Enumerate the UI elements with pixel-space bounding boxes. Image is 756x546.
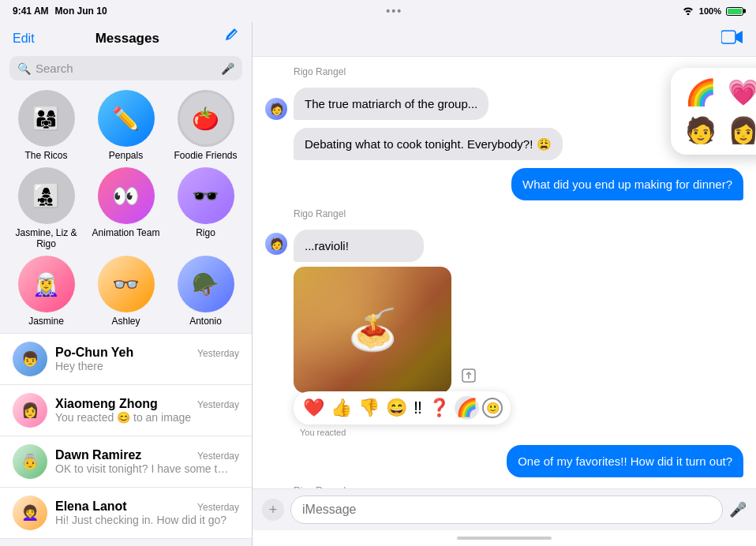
battery-icon: [726, 7, 743, 16]
conv-time-elena: Yesterday: [197, 502, 239, 513]
msg-row-5: One of my favorites!! How did it turn ou…: [265, 445, 743, 477]
food-image: 🍝: [294, 267, 451, 393]
tapback-people-1[interactable]: 🧑: [683, 115, 718, 145]
search-input[interactable]: Search: [36, 62, 216, 75]
avatar-penpals: ✏️: [98, 90, 155, 147]
sidebar: Edit Messages 🔍 Search 🎤 👨‍👩‍👧 The Ricos…: [0, 22, 253, 546]
msg-avatar-rigo-1: 🧑: [265, 98, 287, 120]
search-icon: 🔍: [17, 62, 31, 75]
avatar-foodie: 🍅: [178, 90, 234, 147]
reaction-rainbow[interactable]: 🌈: [455, 396, 479, 420]
svg-marker-1: [735, 31, 743, 43]
pinned-grid: 👨‍👩‍👧 The Ricos ✏️ Penpals 🍅 Foodie Frie…: [0, 87, 252, 333]
sidebar-header: Edit Messages: [0, 22, 252, 51]
tapback-rainbow[interactable]: 🌈: [683, 77, 718, 107]
msg-row-4: 🧑 ...ravioli! 🍝: [265, 230, 743, 424]
reaction-thumbsup[interactable]: 👍: [329, 396, 354, 420]
conv-preview-xiaomeng: You reacted 😊 to an image: [55, 411, 229, 424]
pinned-item-animation-team[interactable]: 👀 Animation Team: [89, 167, 163, 249]
conv-time-xiaomeng: Yesterday: [197, 399, 239, 410]
conv-item-po-chun[interactable]: 👦 Po-Chun Yeh Yesterday Hey there: [0, 333, 252, 385]
conv-info-elena: Elena Lanot Yesterday Hi! Just checking …: [55, 499, 239, 526]
avatar-jasmine: 🧝‍♀️: [18, 256, 75, 312]
pinned-label-foodie: Foodie Friends: [174, 150, 237, 161]
bubble-text-4: ...ravioli!: [305, 237, 349, 254]
main-layout: Edit Messages 🔍 Search 🎤 👨‍👩‍👧 The Ricos…: [0, 22, 756, 546]
video-call-button[interactable]: [721, 29, 743, 49]
search-bar[interactable]: 🔍 Search 🎤: [9, 56, 242, 80]
compose-button[interactable]: [220, 28, 239, 48]
wifi-icon: [682, 6, 694, 17]
reaction-exclamation[interactable]: ‼️: [412, 396, 424, 420]
reaction-thumbsdown[interactable]: 👎: [357, 396, 381, 420]
mic-icon[interactable]: 🎤: [221, 62, 234, 75]
conv-name-xiaomeng: Xiaomeng Zhong: [55, 397, 158, 411]
pinned-item-foodie[interactable]: 🍅 Foodie Friends: [169, 90, 242, 161]
pinned-label-penpals: Penpals: [109, 150, 143, 161]
bubble-3: What did you end up making for dinner?: [511, 168, 743, 200]
voice-input-button[interactable]: 🎤: [729, 501, 747, 518]
svg-rect-0: [721, 31, 735, 43]
chat-header: [253, 22, 756, 57]
conv-avatar-dawn: 👵: [13, 444, 47, 479]
avatar-jasmine-liz-rigo: 👩‍👧‍👦: [18, 167, 75, 224]
bubble-text-2: Debating what to cook tonight. Everybody…: [305, 137, 552, 151]
avatar-ricos: 👨‍👩‍👧: [18, 90, 75, 147]
pinned-item-penpals[interactable]: ✏️ Penpals: [89, 90, 163, 161]
pinned-item-jasmine-liz-rigo[interactable]: 👩‍👧‍👦 Jasmine, Liz & Rigo: [9, 167, 83, 249]
chat-area: 🌈 💗 🧑 👩 Rigo Rangel 🧑 The true matriarch…: [253, 22, 756, 546]
pinned-label-ricos: The Ricos: [24, 150, 67, 161]
conv-info-xiaomeng: Xiaomeng Zhong Yesterday You reacted 😊 t…: [55, 397, 239, 424]
conv-time-po-chun: Yesterday: [197, 348, 239, 359]
conv-info-po-chun: Po-Chun Yeh Yesterday Hey there: [55, 346, 239, 372]
pinned-label-jasmine: Jasmine: [28, 316, 64, 327]
edit-button[interactable]: Edit: [13, 32, 35, 46]
bubble-text-3: What did you end up making for dinner?: [522, 178, 732, 191]
tapback-heart[interactable]: 💗: [726, 77, 756, 107]
bubble-1: The true matriarch of the group...: [294, 88, 488, 120]
avatar-animation-team: 👀: [98, 167, 155, 224]
pinned-item-ashley[interactable]: 👓 Ashley: [89, 256, 163, 327]
home-indicator: [457, 537, 552, 540]
home-indicator-area: [253, 530, 756, 546]
conv-time-dawn: Yesterday: [197, 451, 239, 462]
pinned-item-rigo[interactable]: 🕶️ Rigo: [169, 167, 242, 249]
avatar-ashley: 👓: [98, 256, 155, 312]
pinned-label-ashley: Ashley: [111, 316, 140, 327]
conv-item-xiaomeng[interactable]: 👩 Xiaomeng Zhong Yesterday You reacted 😊…: [0, 385, 252, 436]
conv-preview-po-chun: Hey there: [55, 360, 229, 372]
conv-item-elena[interactable]: 👩‍🦱 Elena Lanot Yesterday Hi! Just check…: [0, 488, 252, 539]
tapback-popup: 🌈 💗 🧑 👩: [671, 68, 756, 155]
conv-info-dawn: Dawn Ramirez Yesterday OK to visit tonig…: [55, 448, 239, 475]
pinned-item-ricos[interactable]: 👨‍👩‍👧 The Ricos: [9, 90, 83, 161]
message-input[interactable]: [290, 496, 723, 524]
reaction-heart[interactable]: ❤️: [301, 396, 326, 420]
status-bar: 9:41 AM Mon Jun 10 ••• 100%: [0, 0, 756, 22]
add-attachment-button[interactable]: +: [262, 499, 284, 521]
search-container: 🔍 Search 🎤: [0, 51, 252, 87]
share-button[interactable]: [461, 368, 477, 387]
add-reaction-button[interactable]: 🙂: [482, 398, 503, 418]
conv-avatar-xiaomeng: 👩: [13, 393, 47, 428]
tapback-people-2[interactable]: 👩: [726, 115, 756, 145]
bubble-2: Debating what to cook tonight. Everybody…: [294, 128, 563, 160]
conversation-list: 👦 Po-Chun Yeh Yesterday Hey there 👩 Xiao…: [0, 333, 252, 546]
pinned-item-antonio[interactable]: 🪖 Antonio: [169, 256, 242, 327]
battery-percentage: 100%: [699, 6, 721, 16]
conv-item-dawn[interactable]: 👵 Dawn Ramirez Yesterday OK to visit ton…: [0, 436, 252, 488]
conv-name-po-chun: Po-Chun Yeh: [55, 346, 133, 360]
reaction-question[interactable]: ❓: [427, 396, 451, 420]
pinned-item-jasmine[interactable]: 🧝‍♀️ Jasmine: [9, 256, 83, 327]
bubble-text-5: One of my favorites!! How did it turn ou…: [518, 454, 732, 468]
reaction-haha[interactable]: 😄: [384, 396, 409, 420]
conv-name-dawn: Dawn Ramirez: [55, 448, 141, 462]
reaction-bar: ❤️ 👍 👎 😄 ‼️ ❓ 🌈 🙂: [294, 391, 511, 424]
conv-preview-elena: Hi! Just checking in. How did it go?: [55, 514, 229, 526]
conv-preview-dawn: OK to visit tonight? I have some things …: [55, 462, 229, 475]
status-time: 9:41 AM: [13, 6, 49, 17]
sidebar-title: Messages: [35, 31, 220, 47]
status-date: Mon Jun 10: [55, 6, 107, 17]
pinned-label-rigo: Rigo: [196, 227, 215, 238]
pinned-label-jasmine-liz-rigo: Jasmine, Liz & Rigo: [9, 227, 83, 249]
conv-avatar-elena: 👩‍🦱: [13, 496, 47, 530]
